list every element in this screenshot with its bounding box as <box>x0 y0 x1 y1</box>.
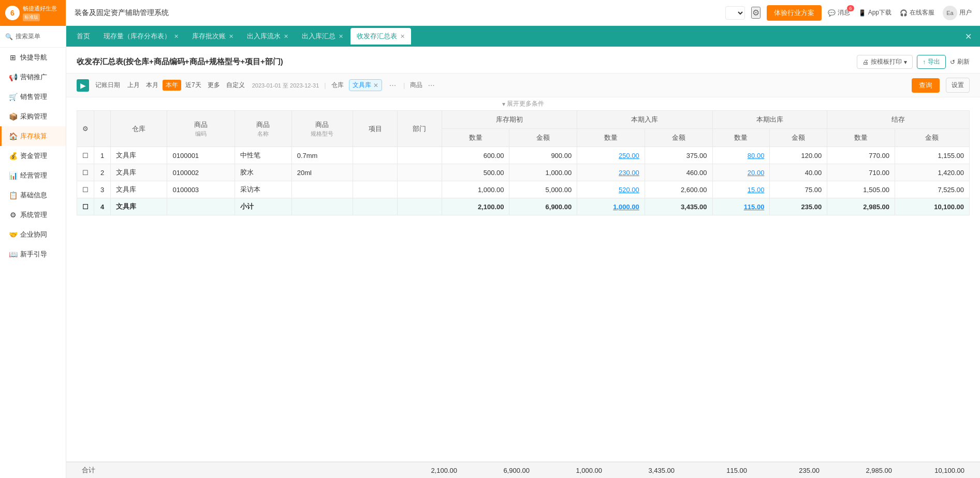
experience-btn[interactable]: 体验行业方案 <box>767 5 822 21</box>
table-cell: 采访本 <box>235 181 291 198</box>
sidebar-item-enterprise[interactable]: 🤝 企业协同 <box>0 225 66 244</box>
chevron-down-icon-expand: ▾ <box>502 100 505 108</box>
footer-in-qty: 1,000.00 <box>561 467 602 474</box>
sidebar-item-marketing[interactable]: 📢 营销推广 <box>0 67 66 87</box>
date-btn-this-month[interactable]: 本月 <box>144 80 160 91</box>
table-cell: 中性笔 <box>235 147 291 164</box>
goods-more[interactable]: ··· <box>428 81 434 90</box>
logo-area: 6 畅捷通好生意 标准版 <box>0 0 66 26</box>
table-cell[interactable]: 80.00 <box>712 147 770 164</box>
table-footer: 合计 2,100.00 6,900.00 1,000.00 3,435.00 1… <box>66 461 980 478</box>
tab-inout-flow[interactable]: 出入库流水 ✕ <box>241 28 295 45</box>
message-badge: 6 <box>847 5 854 11</box>
expand-btn[interactable]: ▾ 展开更多条件 <box>502 99 544 108</box>
sidebar-item-guide[interactable]: 📖 新手引导 <box>0 244 66 264</box>
tab-recv-send-summary[interactable]: 收发存汇总表 ✕ <box>350 28 411 45</box>
export-btn[interactable]: ↑ 导出 <box>917 55 946 69</box>
th-in-amt: 金额 <box>645 129 712 147</box>
sidebar-item-system[interactable]: ⚙ 系统管理 <box>0 205 66 225</box>
table-cell: 6,900.00 <box>509 198 577 215</box>
messages-btn[interactable]: 💬 消息 6 <box>828 8 850 17</box>
table-cell: 2,100.00 <box>442 198 509 215</box>
tab-batch[interactable]: 库存批次账 ✕ <box>186 28 240 45</box>
search-menu-button[interactable]: 🔍 搜索菜单 <box>5 30 61 43</box>
column-settings-icon[interactable]: ⚙ <box>82 125 89 133</box>
th-open-qty: 数量 <box>442 129 509 147</box>
sidebar-item-sales[interactable]: 🛒 销售管理 <box>0 87 66 107</box>
tab-home[interactable]: 首页 <box>70 28 96 45</box>
tab-bar: 首页 现存量（库存分布表） ✕ 库存批次账 ✕ 出入库流水 ✕ 出入库汇总 ✕ … <box>66 26 980 47</box>
tab-inventory-dist[interactable]: 现存量（库存分布表） ✕ <box>97 28 185 45</box>
separator-1: | <box>324 81 326 89</box>
refresh-icon: ↺ <box>950 59 955 66</box>
app-download-btn[interactable]: 📱 App下载 <box>858 8 891 17</box>
separator-2: | <box>403 81 405 89</box>
row-checkbox[interactable]: ☐ <box>82 169 89 177</box>
table-cell: 1,420.00 <box>895 164 969 181</box>
tab-close-recv-send[interactable]: ✕ <box>400 34 405 39</box>
tab-close-inout-summary[interactable]: ✕ <box>339 34 343 39</box>
table-cell[interactable]: 15.00 <box>712 181 770 198</box>
table-cell: 7,525.00 <box>895 181 969 198</box>
tab-close-all[interactable]: ✕ <box>961 32 976 41</box>
setting-btn[interactable]: 设置 <box>946 78 970 93</box>
enterprise-icon: 🤝 <box>9 230 17 239</box>
table-cell[interactable]: 20.00 <box>712 164 770 181</box>
table-cell[interactable]: 115.00 <box>712 198 770 215</box>
th-no <box>94 111 111 147</box>
system-selector[interactable] <box>725 6 745 20</box>
sidebar-item-basic[interactable]: 📋 基础信息 <box>0 185 66 205</box>
table-cell[interactable]: 1,000.00 <box>577 198 645 215</box>
sidebar-item-quick-nav[interactable]: ⊞ 快捷导航 <box>0 48 66 67</box>
refresh-btn[interactable]: ↺ 刷新 <box>950 57 970 66</box>
table-cell[interactable]: 230.00 <box>577 164 645 181</box>
user-btn[interactable]: Ea 用户 <box>943 6 972 20</box>
table-cell <box>353 181 398 198</box>
tab-close-batch[interactable]: ✕ <box>229 34 233 39</box>
tab-close-inventory-dist[interactable]: ✕ <box>174 34 179 39</box>
row-checkbox[interactable]: ☐ <box>82 203 89 211</box>
date-btn-more[interactable]: 更多 <box>206 80 222 91</box>
row-checkbox[interactable]: ☐ <box>82 186 89 194</box>
sidebar-item-operation[interactable]: 📊 经营管理 <box>0 166 66 185</box>
search-icon: 🔍 <box>5 33 13 40</box>
footer-values: 2,100.00 6,900.00 1,000.00 3,435.00 115.… <box>416 467 964 474</box>
date-btn-last-month[interactable]: 上月 <box>125 80 142 91</box>
date-btn-7days[interactable]: 近7天 <box>183 80 203 91</box>
table-cell[interactable]: 520.00 <box>577 181 645 198</box>
print-btn[interactable]: 🖨 按模板打印 ▾ <box>857 55 913 69</box>
guide-icon: 📖 <box>9 250 17 258</box>
footer-out-qty: 115.00 <box>706 467 747 474</box>
sidebar-item-inventory[interactable]: 🏠 库存核算 <box>0 126 66 146</box>
th-open-amt: 金额 <box>509 129 577 147</box>
table-cell: ☐ <box>77 198 94 215</box>
tab-close-inout-flow[interactable]: ✕ <box>284 34 288 39</box>
table-cell: 小计 <box>235 198 291 215</box>
table-cell <box>353 164 398 181</box>
table-cell: 3,435.00 <box>645 198 712 215</box>
sidebar-item-finance[interactable]: 💰 资金管理 <box>0 146 66 166</box>
table-cell: 0100001 <box>167 147 235 164</box>
sidebar-item-purchase[interactable]: 📦 采购管理 <box>0 107 66 126</box>
search-btn[interactable]: 查询 <box>912 78 940 93</box>
warehouse-more[interactable]: ··· <box>387 81 398 90</box>
online-service-btn[interactable]: 🎧 在线客服 <box>900 8 934 17</box>
table-cell <box>291 181 353 198</box>
table-cell: 4 <box>94 198 111 215</box>
row-checkbox[interactable]: ☐ <box>82 152 89 160</box>
date-btn-custom[interactable]: 自定义 <box>224 80 247 91</box>
table-cell[interactable]: 250.00 <box>577 147 645 164</box>
table-cell: 10,100.00 <box>895 198 969 215</box>
settings-gear-button[interactable]: ⚙ <box>751 7 760 19</box>
sidebar-search-area[interactable]: 🔍 搜索菜单 <box>0 26 66 48</box>
warehouse-tag-close[interactable]: ✕ <box>373 82 378 89</box>
date-btn-this-year[interactable]: 本年 <box>163 80 181 91</box>
logo-text: 畅捷通好生意 <box>23 5 57 12</box>
table-cell: 710.00 <box>827 164 895 181</box>
footer-out-amt: 235.00 <box>778 467 820 474</box>
tab-inout-summary[interactable]: 出入库汇总 ✕ <box>296 28 349 45</box>
sidebar: 6 畅捷通好生意 标准版 🔍 搜索菜单 ⊞ 快捷导航 📢 营销推广 🛒 销售管理… <box>0 0 66 478</box>
goods-label: 商品 <box>410 81 422 90</box>
th-settings: ⚙ <box>77 111 94 147</box>
filter-toggle-btn[interactable]: ▶ <box>77 79 89 92</box>
